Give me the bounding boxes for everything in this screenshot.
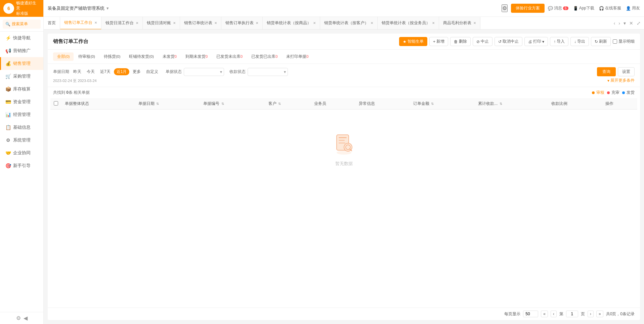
sub-tabs: 全部(0) 待审核(0) 待拣货(0) 旺铺待发货(0) 未发货0 到期未发货0 [48, 50, 640, 64]
sub-tab-pending-inspect[interactable]: 待拣货(0) [100, 52, 124, 61]
search-menu-button[interactable]: 🔍 搜索菜单 [3, 19, 41, 29]
tab-sales-stats-staff[interactable]: 销货单统计表（按业务员） ✕ [378, 17, 439, 30]
sub-tab-pending-review[interactable]: 待审核(0) [74, 52, 99, 61]
sidebar-item-enterprise[interactable]: 🤝 企业协同 [0, 147, 43, 159]
sort-amount-icon[interactable]: ⇅ [431, 102, 434, 106]
status-select[interactable] [184, 68, 224, 76]
tab-maximize-button[interactable]: ⤢ [635, 20, 642, 27]
tab-sales-stats-customer[interactable]: 销货单统计表（按客户） ✕ [320, 17, 378, 30]
date-btn-7days[interactable]: 近7天 [98, 68, 113, 75]
sub-tab-not-shipped[interactable]: 未发货0 [159, 52, 181, 61]
export-button[interactable]: ↓ 导出 [570, 37, 589, 46]
tab-cash-reconcile[interactable]: 钱货日清对账 ✕ [143, 17, 180, 30]
svg-rect-4 [339, 143, 345, 144]
tab-close-sales-order-workbench[interactable]: ✕ [94, 21, 97, 25]
tab-close-cash-reconcile[interactable]: ✕ [173, 21, 176, 25]
sub-tab-shipped-not-out[interactable]: 已发货未出库0 [212, 52, 247, 61]
export-icon: ↓ [574, 39, 576, 44]
sort-collected-icon[interactable]: ⇅ [500, 102, 502, 106]
date-btn-custom[interactable]: 自定义 [144, 68, 160, 75]
message-button[interactable]: 💬 消息 6 [548, 5, 568, 11]
sidebar-item-marketing[interactable]: 📢 营销推广 [0, 44, 43, 57]
payment-select[interactable] [248, 68, 288, 76]
page-number-input[interactable] [566, 311, 578, 317]
app-download-button[interactable]: 📱 App下载 [573, 5, 594, 11]
tab-close-cash-daily[interactable]: ✕ [136, 21, 138, 25]
print-dropdown-icon[interactable]: ▾ [542, 39, 544, 44]
date-btn-more[interactable]: 更多 [131, 68, 143, 75]
cancel-stop-button[interactable]: ↺ 取消中止 [495, 37, 522, 46]
sidebar-collapse-button[interactable]: ◀ [24, 315, 28, 321]
first-page-button[interactable]: « [541, 311, 548, 317]
sort-date-icon[interactable]: ⇅ [156, 102, 159, 106]
set-button[interactable]: 设置 [618, 67, 635, 76]
tab-sales-order-workbench[interactable]: 销售订单工作台 ✕ [60, 17, 101, 30]
show-detail-checkbox-label[interactable]: 显示明细 [613, 39, 635, 44]
online-service-button[interactable]: 🎧 在线客服 [599, 5, 621, 11]
batch-review-button[interactable]: 审核 [592, 90, 604, 95]
date-btn-yesterday[interactable]: 昨天 [71, 68, 83, 75]
tab-product-margin[interactable]: 商品毛利分析表 ✕ [439, 17, 480, 30]
user-menu-button[interactable]: 👤 用友 [626, 5, 640, 11]
tab-prev-button[interactable]: ‹ [612, 20, 617, 27]
sub-tab-shipped-out[interactable]: 已发货已出库0 [247, 52, 282, 61]
sidebar-item-guide[interactable]: 🎯 新手引导 [0, 159, 43, 172]
empty-state: 暂无数据 [50, 110, 637, 187]
show-detail-checkbox[interactable] [613, 39, 617, 44]
tab-sales-order-stats[interactable]: 销售订单统计表 ✕ [180, 17, 221, 30]
sidebar-item-quick-nav[interactable]: ⚡ 快捷导航 [0, 32, 43, 44]
tab-close-sales-order-stats[interactable]: ✕ [214, 21, 217, 25]
tab-home[interactable]: 首页 [44, 17, 60, 30]
select-all-checkbox[interactable] [54, 101, 58, 106]
tab-close-all-button[interactable]: ✕ [628, 20, 635, 27]
expand-filter-button[interactable]: ▾ 展开更多条件 [607, 78, 635, 83]
tab-cash-daily[interactable]: 钱货日清工作台 ✕ [101, 17, 143, 30]
smart-generate-button[interactable]: ★ 智能生单 [399, 37, 427, 46]
batch-ship-button[interactable]: 发货 [622, 90, 635, 95]
table-wrap: 单据整体状态 单据日期 ⇅ 单据编号 ⇅ 客户 [48, 98, 640, 308]
sort-customer-icon[interactable]: ⇅ [278, 102, 281, 106]
sidebar-item-operations[interactable]: 📊 经营管理 [0, 108, 43, 121]
tab-next-button[interactable]: › [617, 20, 621, 27]
sidebar-item-purchase[interactable]: 🛒 采购管理 [0, 70, 43, 83]
tab-close-product-margin[interactable]: ✕ [473, 21, 476, 25]
sidebar-item-inventory[interactable]: 📦 库存核算 [0, 83, 43, 95]
tab-sales-stats-product[interactable]: 销货单统计表（按商品） ✕ [263, 17, 320, 30]
sort-number-icon[interactable]: ⇅ [221, 102, 224, 106]
tab-close-sales-stats-customer[interactable]: ✕ [371, 21, 373, 25]
title-dropdown-icon[interactable]: ▾ [106, 6, 109, 11]
enterprise-icon: 🤝 [5, 150, 11, 156]
sub-tab-not-printed[interactable]: 未打印单据0 [282, 52, 312, 61]
sidebar-item-system[interactable]: ⚙ 系统管理 [0, 134, 43, 147]
quick-nav-icon: ⚡ [5, 35, 11, 41]
sub-tab-all[interactable]: 全部(0) [53, 52, 74, 61]
prev-page-button[interactable]: ‹ [551, 311, 557, 317]
tab-close-sales-order-exec[interactable]: ✕ [256, 21, 258, 25]
date-btn-today[interactable]: 今天 [85, 68, 97, 75]
industry-solution-button[interactable]: 体验行业方案 [511, 4, 545, 13]
sidebar-item-base-info[interactable]: 📋 基础信息 [0, 121, 43, 134]
batch-revoke-button[interactable]: 充审 [607, 90, 619, 95]
sidebar-item-finance[interactable]: 💳 资金管理 [0, 95, 43, 108]
tab-more-button[interactable]: ▾ [622, 20, 627, 27]
tab-sales-order-exec[interactable]: 销售订单执行表 ✕ [221, 17, 263, 30]
date-btn-1month[interactable]: 近1月 [114, 68, 130, 75]
print-button[interactable]: 🖨 打印 ▾ [524, 37, 548, 46]
import-button[interactable]: ↑ 导入 [550, 37, 568, 46]
table-actions: 审核 充审 发货 [592, 90, 635, 95]
refresh-button[interactable]: ↻ 刷新 [591, 37, 611, 46]
tab-close-sales-stats-staff[interactable]: ✕ [432, 21, 435, 25]
sidebar-item-sales[interactable]: 💰 销售管理 [0, 57, 43, 70]
tab-close-sales-stats-product[interactable]: ✕ [313, 21, 316, 25]
next-page-button[interactable]: › [588, 311, 594, 317]
add-button[interactable]: + 新增 [429, 37, 448, 46]
query-button[interactable]: 查询 [597, 67, 616, 76]
topbar-settings-button[interactable]: ⚙ [502, 4, 508, 12]
sub-tab-wangpu-pending[interactable]: 旺铺待发货(0) [125, 52, 158, 61]
page-size-select[interactable]: 50 10 20 100 [523, 311, 538, 317]
last-page-button[interactable]: » [596, 311, 603, 317]
sub-tab-overdue-not-shipped[interactable]: 到期未发货0 [181, 52, 212, 61]
delete-button[interactable]: 🗑 删除 [450, 37, 471, 46]
stop-button[interactable]: ⊘ 中止 [473, 37, 492, 46]
sidebar-settings-button[interactable]: ⚙ [16, 315, 21, 321]
